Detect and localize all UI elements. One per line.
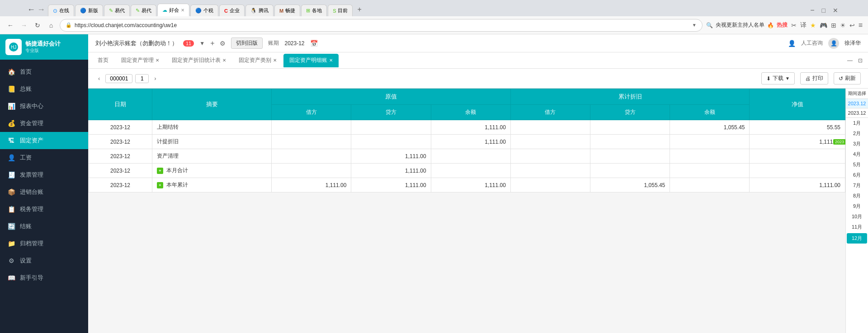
period-item-3[interactable]: 3月 bbox=[846, 139, 868, 149]
tab-yidai2[interactable]: ✎ 易代 bbox=[131, 5, 156, 16]
translate-icon[interactable]: 译 bbox=[800, 21, 807, 29]
tab-qiye[interactable]: C 企业 bbox=[219, 5, 245, 16]
sidebar-item-salary[interactable]: 👤 工资 bbox=[0, 149, 88, 166]
tab-app-depreciation-stats[interactable]: 固定资产折旧统计表 ✕ bbox=[166, 54, 232, 67]
nav-forward-btn[interactable]: → bbox=[19, 20, 29, 30]
tab-minimize-icon[interactable]: — bbox=[845, 56, 854, 65]
period-item-11[interactable]: 11月 bbox=[846, 222, 868, 232]
period-item-6[interactable]: 6月 bbox=[846, 170, 868, 180]
col-date: 日期 bbox=[89, 89, 152, 120]
sidebar-item-archive[interactable]: 📁 归档管理 bbox=[0, 235, 88, 252]
sidebar-item-reports[interactable]: 📊 报表中心 bbox=[0, 98, 88, 115]
tab-label-zaixin: 在线 bbox=[59, 7, 69, 14]
download-btn[interactable]: ⬇ 下载 ▼ bbox=[761, 72, 795, 84]
col-acc-credit: 贷方 bbox=[590, 105, 670, 120]
browser-tabs-bar: ← → ⊙ 在线 🔵 新版 ✎ 易代 ✎ 易代 ☁ 好会 ✕ 🔵 个税 C 企业… bbox=[0, 0, 868, 16]
tab-close-haohui[interactable]: ✕ bbox=[181, 8, 184, 13]
star-icon[interactable]: ★ bbox=[810, 22, 816, 29]
topbar-avatar[interactable]: 👤 bbox=[828, 38, 839, 49]
sidebar-item-settlement[interactable]: 🔄 结账 bbox=[0, 218, 88, 235]
pagination-control: ‹ › bbox=[95, 74, 159, 83]
search-area[interactable]: 🔍 央视更新主持人名单 🔥 热搜 bbox=[706, 21, 788, 29]
nav-refresh-btn[interactable]: ↻ bbox=[33, 20, 42, 30]
cell-orig-debit-1 bbox=[272, 135, 351, 149]
window-minimize-icon[interactable]: − bbox=[807, 6, 817, 14]
tab-gedi[interactable]: ⊞ 各地 bbox=[301, 5, 327, 16]
sidebar-item-purchase-sales[interactable]: 📦 进销台账 bbox=[0, 183, 88, 201]
period-item-1[interactable]: 1月 bbox=[846, 118, 868, 128]
tab-zaixin[interactable]: ⊙ 在线 bbox=[48, 5, 74, 16]
period-item-2023-12-1[interactable]: 2023.12 bbox=[846, 99, 868, 108]
tab-restore-icon[interactable]: ⊡ bbox=[856, 56, 864, 65]
tab-close-asset-detail[interactable]: ✕ bbox=[329, 58, 333, 63]
cell-net-value-2 bbox=[750, 149, 845, 164]
prev-page-btn[interactable]: ‹ bbox=[95, 74, 103, 83]
period-item-8[interactable]: 8月 bbox=[846, 191, 868, 201]
tab-tencent[interactable]: 🐧 腾讯 bbox=[245, 5, 274, 16]
cell-net-value-3 bbox=[750, 164, 845, 178]
sidebar-item-settings[interactable]: ⚙ 设置 bbox=[0, 252, 88, 269]
period-item-2[interactable]: 2月 bbox=[846, 128, 868, 139]
url-bar[interactable]: 🔒 https://cloud.chanjet.com/accounting/u… bbox=[60, 19, 703, 32]
table-row: 2023-12 上期结转 1,111.00 1,055.45 55.55 bbox=[89, 120, 845, 135]
period-item-4[interactable]: 4月 bbox=[846, 149, 868, 159]
window-close-icon[interactable]: ✕ bbox=[830, 7, 841, 14]
next-page-btn[interactable]: › bbox=[151, 74, 159, 83]
game-icon[interactable]: 🎮 bbox=[820, 22, 827, 29]
tab-app-asset-category[interactable]: 固定资产类别 ✕ bbox=[233, 54, 283, 67]
browser-back-icon[interactable]: ← bbox=[27, 5, 35, 14]
scissors-icon[interactable]: ✂ bbox=[791, 22, 797, 29]
period-panel: 期间选择 2023.12 2023.12 1月 2月 3月 4月 5月 6月 7… bbox=[845, 89, 868, 333]
tab-haohui[interactable]: ☁ 好会 ✕ bbox=[157, 4, 189, 16]
period-item-2023-12-2[interactable]: 2023.12 bbox=[846, 108, 868, 118]
tab-changjie[interactable]: M 畅捷 bbox=[274, 5, 300, 16]
period-item-5[interactable]: 5月 bbox=[846, 159, 868, 170]
topbar-gear-icon[interactable]: ⚙ bbox=[220, 40, 226, 47]
tab-app-fixed-assets-mgmt[interactable]: 固定资产管理 ✕ bbox=[115, 54, 165, 67]
grid-icon[interactable]: ⊞ bbox=[831, 22, 836, 29]
new-tab-btn[interactable]: + bbox=[354, 5, 365, 16]
tab-app-asset-detail[interactable]: 固定资产明细账 ✕ bbox=[283, 54, 339, 67]
more-icon[interactable]: ≡ bbox=[859, 21, 863, 29]
history-icon[interactable]: ↩ bbox=[849, 22, 855, 29]
period-item-12[interactable]: 12月 bbox=[847, 233, 867, 244]
sidebar-item-guide[interactable]: 📖 新手引导 bbox=[0, 269, 88, 286]
tab-app-home[interactable]: 首页 bbox=[92, 54, 114, 67]
home-icon: 🏠 bbox=[7, 68, 15, 76]
tab-xinban[interactable]: 🔵 新版 bbox=[75, 5, 103, 16]
print-btn[interactable]: 🖨 打印 bbox=[800, 72, 828, 84]
tab-close-fixed-assets-mgmt[interactable]: ✕ bbox=[156, 58, 159, 63]
sidebar-item-home[interactable]: 🏠 首页 bbox=[0, 63, 88, 80]
refresh-btn[interactable]: ↺ 刷新 bbox=[834, 72, 861, 84]
period-item-9[interactable]: 9月 bbox=[846, 201, 868, 211]
customer-service-icon[interactable]: 👤 bbox=[788, 40, 796, 47]
tab-muqian[interactable]: S 目前 bbox=[328, 5, 353, 16]
sidebar-item-general-ledger[interactable]: 📒 总账 bbox=[0, 80, 88, 98]
sidebar-label-general-ledger: 总账 bbox=[20, 85, 32, 93]
col-orig-credit: 贷方 bbox=[351, 105, 431, 120]
period-item-7[interactable]: 7月 bbox=[846, 180, 868, 191]
sidebar-item-invoice[interactable]: 🧾 发票管理 bbox=[0, 166, 88, 183]
window-restore-icon[interactable]: □ bbox=[819, 7, 828, 14]
topbar-calendar-icon[interactable]: 📅 bbox=[310, 40, 318, 47]
tab-close-depreciation-stats[interactable]: ✕ bbox=[222, 58, 226, 63]
tab-close-asset-category[interactable]: ✕ bbox=[273, 58, 277, 63]
table-header-row-1: 日期 摘要 原值 累计折旧 净值 bbox=[89, 89, 845, 105]
topbar-service-label[interactable]: 人工咨询 bbox=[801, 39, 823, 47]
topbar-dropdown-icon[interactable]: ▼ bbox=[199, 40, 205, 47]
topbar-switch-btn[interactable]: 切到旧版 bbox=[231, 38, 263, 49]
page-num-input[interactable] bbox=[135, 74, 149, 83]
sun-icon[interactable]: ☀ bbox=[840, 22, 846, 29]
page-code-input[interactable] bbox=[105, 74, 132, 83]
url-dropdown-icon[interactable]: ▼ bbox=[692, 23, 697, 28]
ledger-table-container: 日期 摘要 原值 累计折旧 净值 借方 贷方 余额 借方 bbox=[88, 89, 845, 333]
sidebar-item-fixed-assets[interactable]: 🏗 固定资产 bbox=[0, 132, 88, 149]
sidebar-item-funds[interactable]: 💰 资金管理 bbox=[0, 115, 88, 132]
tab-gesui[interactable]: 🔵 个税 bbox=[190, 5, 218, 16]
tab-yidai1[interactable]: ✎ 易代 bbox=[104, 5, 130, 16]
period-item-10[interactable]: 10月 bbox=[846, 211, 868, 222]
sidebar-item-tax[interactable]: 📋 税务管理 bbox=[0, 201, 88, 218]
topbar-add-icon[interactable]: + bbox=[210, 39, 214, 47]
nav-back-btn[interactable]: ← bbox=[5, 20, 15, 30]
nav-home-btn[interactable]: ⌂ bbox=[46, 20, 56, 30]
